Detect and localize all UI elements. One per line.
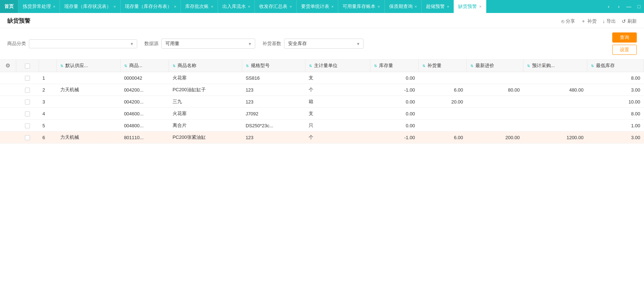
col-goods-name[interactable]: ⇅ 商品名称 [169,59,242,72]
row-settings-cell [0,108,16,120]
tab-order-stats[interactable]: 要货单统计表 × [297,0,338,13]
tab-inventory-dist[interactable]: 现存量（库存分布表） × [121,0,181,13]
tab-inout-flow-close[interactable]: × [248,4,250,9]
row-settings-cell [0,120,16,132]
export-button[interactable]: ↓ 导出 [602,18,616,25]
restock-label: 补货 [587,18,597,25]
col-unit[interactable]: ⇅ 主计量单位 [305,59,370,72]
col-min-stock[interactable]: ⇅ 最低库存 [587,59,644,72]
tab-expiry[interactable]: 保质期查询 × [385,0,422,13]
restock-icon: ＋ [581,18,586,25]
tab-nav-right[interactable]: › [614,0,624,13]
tab-batch-close[interactable]: × [211,4,213,9]
datasource-select-value: 可用量 [165,40,179,47]
tab-order-stats-close[interactable]: × [331,4,334,9]
col-replenish-qty[interactable]: ⇅ 补货量 [418,59,466,72]
export-icon: ↓ [602,18,605,24]
row-spec: J7092 [242,108,305,120]
col-estimated-purchase[interactable]: ⇅ 预计采购... [523,59,587,72]
tab-overstock-label: 超储预警 [426,3,445,10]
col-settings[interactable]: ⚙ [0,59,16,72]
row-goods-code: 004200... [120,96,169,108]
col-checkbox-header[interactable] [16,59,39,72]
share-button[interactable]: ⎋ 分享 [561,18,575,25]
tab-shortage-label: 缺货预警 [458,3,477,10]
replenish-select[interactable]: 安全库存 ▾ [284,39,364,49]
row-checkbox-cell[interactable] [16,120,39,132]
row-estimated-purchase [523,72,587,84]
category-select[interactable]: ▾ [29,39,137,48]
row-checkbox[interactable] [25,123,30,128]
replenish-filter-label: 补货基数 [262,40,281,47]
row-spec: SS816 [242,72,305,84]
tab-shortage-close[interactable]: × [479,4,481,9]
col-stock-label: 库存量 [379,63,393,68]
col-spec[interactable]: ⇅ 规格型号 [242,59,305,72]
row-checkbox[interactable] [25,88,30,93]
tab-inventory-status-label: 现存量（库存状况表） [64,3,111,10]
tab-inout-flow[interactable]: 出入库流水 × [218,0,255,13]
tab-collect-summary-close[interactable]: × [290,4,292,9]
row-checkbox-cell[interactable] [16,72,39,84]
tab-shortage[interactable]: 缺货预警 × [454,0,486,13]
tab-batch[interactable]: 库存批次账 × [181,0,218,13]
tab-overstock-close[interactable]: × [447,4,449,9]
row-stock: 0.00 [370,120,418,132]
tab-expiry-label: 保质期查询 [389,3,413,10]
share-label: 分享 [566,18,575,25]
row-checkbox-cell[interactable] [16,96,39,108]
col-supplier[interactable]: ⇅ 默认供应... [57,59,121,72]
tab-expiry-close[interactable]: × [415,4,417,9]
refresh-button[interactable]: ↺ 刷新 [622,18,637,25]
stock-sort-icon: ⇅ [374,64,377,68]
col-latest-price[interactable]: ⇅ 最新进价 [467,59,523,72]
tab-inventory-dist-label: 现存量（库存分布表） [125,3,172,10]
row-unit: 支 [305,108,370,120]
row-replenish-qty [418,120,466,132]
gear-icon[interactable]: ⚙ [5,62,10,69]
tab-collect-summary[interactable]: 收发存汇总表 × [255,0,296,13]
tab-nav-minimize[interactable]: — [624,0,634,13]
row-checkbox[interactable] [25,76,30,81]
table-header-row: ⚙ ⇅ 默认供应... ⇅ 商品... ⇅ [0,59,644,72]
row-supplier [57,120,121,132]
tab-inventory-status-close[interactable]: × [113,4,116,9]
col-stock[interactable]: ⇅ 库存量 [370,59,418,72]
tab-available-ledger[interactable]: 可用量库存账本 × [338,0,384,13]
tab-available-ledger-close[interactable]: × [378,4,380,9]
col-goods-code[interactable]: ⇅ 商品... [120,59,169,72]
query-button[interactable]: 查询 [612,32,637,43]
supplier-sort-icon: ⇅ [60,64,63,68]
latest-price-sort-icon: ⇅ [470,64,473,68]
export-label: 导出 [606,18,616,25]
tab-inventory-dist-close[interactable]: × [174,4,176,9]
tab-abnormal-close[interactable]: × [53,4,55,9]
restock-button[interactable]: ＋ 补货 [581,18,597,25]
tab-nav-maximize[interactable]: □ [634,0,644,13]
tab-nav-left[interactable]: ‹ [604,0,614,13]
row-checkbox-cell[interactable] [16,108,39,120]
tab-home[interactable]: 首页 [0,0,18,13]
tab-inventory-status[interactable]: 现存量（库存状况表） × [60,0,120,13]
settings-button[interactable]: 设置 [612,45,637,55]
row-unit: 个 [305,84,370,96]
row-checkbox[interactable] [25,135,30,140]
row-goods-name: 火花塞 [169,72,242,84]
row-checkbox-cell[interactable] [16,84,39,96]
table-row: 4 004600... 火花塞 J7092 支 0.00 8.00 [0,108,644,120]
datasource-select[interactable]: 可用量 ▾ [161,39,255,49]
tab-overstock[interactable]: 超储预警 × [422,0,454,13]
row-checkbox[interactable] [25,111,30,116]
row-unit: 支 [305,72,370,84]
row-checkbox-cell[interactable] [16,132,39,144]
row-goods-code: 004200... [120,84,169,96]
row-stock: -1.00 [370,132,418,144]
tab-abnormal[interactable]: 拣货异常处理 × [18,0,60,13]
row-stock: -1.00 [370,84,418,96]
row-no: 1 [39,72,56,84]
category-filter-label: 商品分类 [7,40,26,47]
row-checkbox[interactable] [25,100,30,105]
select-all-checkbox[interactable] [25,63,30,69]
table-row: 5 004800... 离合片 DS250*23c... 只 0.00 1.00 [0,120,644,132]
row-goods-name: PC200张紧油缸 [169,132,242,144]
